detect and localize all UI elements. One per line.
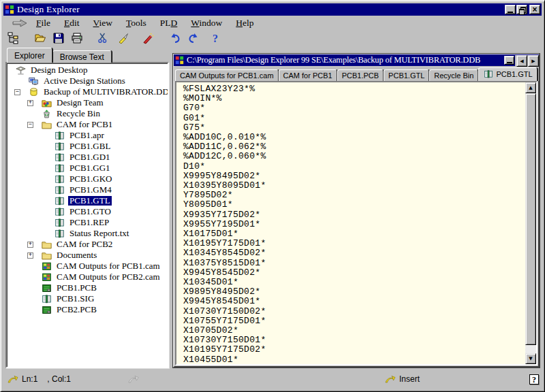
wand-button[interactable] [140,30,156,46]
cut-button[interactable] [95,30,111,46]
title-bar[interactable]: Design Explorer × [3,3,542,16]
doc-tab-pcb1-pcb[interactable]: PCB1.PCB [337,69,384,81]
tree-item-design-team[interactable]: +Design Team [7,97,168,108]
gerber-line: X9945Y8545D02* [183,268,525,278]
tree-item-pcb1-gm4[interactable]: PCB1.GM4 [7,184,168,195]
tree-item-cam-outputs-for-pcb1-cam[interactable]: CAM Outputs for PCB1.cam [7,261,168,272]
tree-item-pcb1-gtl[interactable]: PCB1.GTL [7,195,168,206]
menu-bar: FileEditViewToolsPLDWindowHelp [3,16,542,29]
knife-button[interactable] [115,30,131,46]
doc-tab-label: PCB1.PCB [342,71,379,80]
status-bar: Ln:1 , Col:1 Insert ? [3,372,542,388]
scroll-down-button[interactable]: ▼ [525,353,536,364]
gerber-text[interactable]: %FSLAX23Y23*%%MOIN*%G70*G01*G75*%ADD10C,… [176,82,525,364]
book-icon [483,69,494,79]
tree-item-label: CAM Outputs for PCB1.cam [55,261,161,271]
tree-item-pcb2-pcb[interactable]: PCB2.PCB [7,304,168,315]
menu-help[interactable]: Help [229,17,260,29]
tab-explorer[interactable]: Explorer [7,48,52,63]
doc-tab-pcb1-gtl-active[interactable]: PCB1.GTL [478,67,537,81]
tree-item-label: Backup of MULTIVIBRATOR.DDB [42,87,169,97]
book-icon [54,152,65,163]
tree-item-label: PCB1.apr [68,131,106,140]
insert-arrow-icon [385,374,396,384]
tree-item-cam-for-pcb2[interactable]: +CAM for PCB2 [7,239,168,250]
gerber-line: X10705D02* [183,326,525,336]
redo-button[interactable] [185,30,202,46]
tab-scroll-left-button[interactable]: ◀ [516,55,527,67]
print-button[interactable] [69,30,85,46]
expand-icon[interactable]: + [27,242,33,248]
doc-minimize-button[interactable] [504,56,514,65]
tree-item-pcb1-apr[interactable]: PCB1.apr [7,130,168,141]
team-icon [41,98,52,108]
gerber-line: X9935Y7175D02* [183,210,525,220]
minimize-button[interactable] [505,5,516,14]
save-button[interactable] [50,30,67,46]
document-title-bar[interactable]: C:\Program Files\Design Explorer 99 SE\E… [174,54,539,66]
tree-item-active-design-stations[interactable]: Active Design Stations [7,76,168,86]
gerber-line: X10345Y8545D02* [183,248,525,258]
explorer-toggle-button[interactable] [5,30,21,46]
undo-button[interactable] [167,30,183,46]
menu-arrow-icon[interactable] [12,18,29,29]
collapse-icon[interactable]: − [27,122,33,128]
svg-text:?: ? [213,32,218,44]
text-editor[interactable]: %FSLAX23Y23*%%MOIN*%G70*G01*G75*%ADD10C,… [175,81,538,365]
gerber-line: X9895Y8495D02* [183,287,525,297]
menu-file[interactable]: File [29,17,57,29]
tree-item-pcb1-gbl[interactable]: PCB1.GBL [7,141,168,152]
folder-icon [41,240,52,250]
expand-icon[interactable]: + [27,100,33,106]
collapse-icon[interactable]: − [14,89,20,95]
scrollbar-thumb[interactable] [525,93,536,345]
menu-window[interactable]: Window [184,17,229,29]
gerber-line: X10375Y8515D01* [183,259,525,268]
close-button[interactable]: × [529,5,540,14]
tree-item-cam-for-pcb1[interactable]: −CAM for PCB1 [7,119,168,130]
tree-item-status-report-txt[interactable]: Status Report.txt [7,228,168,239]
line-indicator: Ln:1 [22,374,37,384]
doc-tab-cam-for-pcb1[interactable]: CAM for PCB1 [279,69,337,81]
tree-item-pcb1-pcb[interactable]: PCB1.PCB [7,282,168,293]
tree-item-cam-outputs-for-pcb2-cam[interactable]: CAM Outputs for PCB2.cam [7,272,168,282]
doc-tab-label: PCB1.GTL [496,70,532,78]
menu-pld[interactable]: PLD [153,17,185,29]
tree-item-label: PCB2.PCB [55,305,98,314]
menu-edit[interactable]: Edit [57,17,87,29]
tree-item-pcb1-sig[interactable]: PCB1.SIG [7,293,168,304]
tree-item-backup-of-multivibrator-ddb[interactable]: −Backup of MULTIVIBRATOR.DDB [7,86,168,97]
menu-tools[interactable]: Tools [119,17,153,29]
tree-item-pcb1-gd1[interactable]: PCB1.GD1 [7,152,168,163]
status-help-icon[interactable]: ? [529,374,539,385]
tab-browse-text[interactable]: Browse Text [52,50,112,63]
expand-icon[interactable]: + [27,252,33,259]
tree-item-pcb1-gto[interactable]: PCB1.GTO [7,206,168,217]
gerber-line: %MOIN*% [183,94,525,103]
doc-tab-recycle-bin[interactable]: Recycle Bin [429,69,478,81]
tree-item-pcb1-gko[interactable]: PCB1.GKO [7,174,168,184]
tree-item-pcb1-gg1[interactable]: PCB1.GG1 [7,163,168,174]
document-path: C:\Program Files\Design Explorer 99 SE\E… [187,55,480,65]
vertical-scrollbar[interactable]: ▲ ▼ [525,82,536,364]
undo-icon [169,32,181,44]
restore-button[interactable] [516,5,527,14]
insert-status: Insert [385,374,420,384]
help-button[interactable]: ? [207,30,223,46]
scroll-up-button[interactable]: ▲ [525,82,536,93]
gerber-line: %ADD10C,0.010*% [183,133,525,142]
open-icon [34,32,46,44]
doc-tab-pcb1-gtl[interactable]: PCB1.GTL [384,69,429,81]
pcb-icon [41,305,52,315]
tree-item-design-desktop[interactable]: Design Desktop [7,65,168,76]
cam-icon [41,261,52,272]
menu-view[interactable]: View [87,17,119,29]
tree-item-documents[interactable]: +Documents [7,250,168,261]
gerber-line: X10755Y7175D01* [183,316,525,326]
doc-tab-cam-outputs-for-pcb1-cam[interactable]: CAM Outputs for PCB1.cam [175,69,279,81]
doc-tab-label: CAM for PCB1 [283,71,332,80]
tab-scroll-right-button[interactable]: ▶ [528,55,539,67]
tree-item-recycle-bin[interactable]: Recycle Bin [7,108,168,119]
tree-item-pcb1-rep[interactable]: PCB1.REP [7,217,168,228]
open-button[interactable] [32,30,48,46]
